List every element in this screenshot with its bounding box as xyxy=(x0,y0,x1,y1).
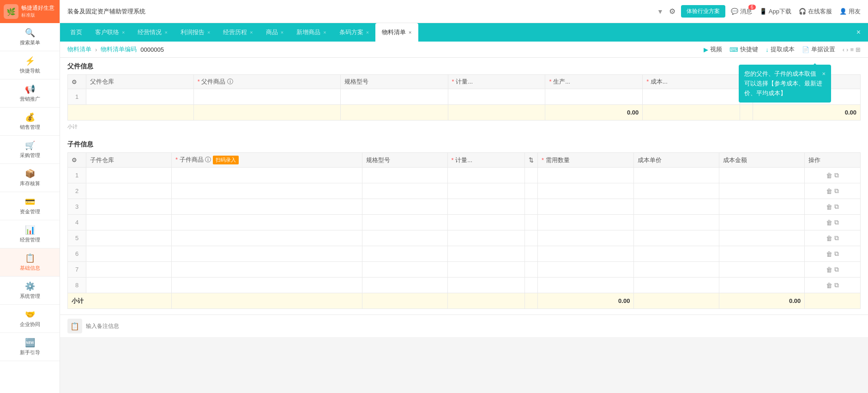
child-spec-1[interactable] xyxy=(362,168,447,183)
child-unit-8[interactable] xyxy=(447,278,525,293)
child-product-8[interactable] xyxy=(171,278,362,293)
child-warehouse-4[interactable] xyxy=(86,215,172,230)
breadcrumb-list[interactable]: 物料清单 xyxy=(67,45,91,54)
child-unit-3[interactable] xyxy=(447,199,525,215)
nav-prev-icon[interactable]: ‹ xyxy=(843,46,844,53)
child-product-2[interactable] xyxy=(171,183,362,199)
delete-row-icon[interactable]: 🗑 xyxy=(826,203,832,211)
user-menu[interactable]: 👤 用友 xyxy=(839,7,861,16)
message-button[interactable]: 💬 消息 6 xyxy=(731,7,752,16)
tooltip-close-button[interactable]: × xyxy=(822,69,826,79)
child-qty-5[interactable] xyxy=(538,230,634,246)
child-product-7[interactable] xyxy=(171,262,362,278)
child-unit-4[interactable] xyxy=(447,215,525,230)
child-unit-1[interactable] xyxy=(447,168,525,183)
child-product-1[interactable] xyxy=(171,168,362,183)
child-qty-3[interactable] xyxy=(538,199,634,215)
child-unit-2[interactable] xyxy=(447,183,525,199)
copy-row-icon[interactable]: ⧉ xyxy=(834,187,839,195)
parent-unit-cell[interactable] xyxy=(448,89,545,105)
online-service-button[interactable]: 🎧 在线客服 xyxy=(799,7,832,16)
tab-close-icon[interactable]: × xyxy=(207,30,210,35)
sidebar-item-enterprise[interactable]: 🤝 企业协同 xyxy=(0,305,60,333)
app-download-button[interactable]: 📱 App下载 xyxy=(760,7,791,16)
child-warehouse-8[interactable] xyxy=(86,278,172,293)
sidebar-item-inventory[interactable]: 📦 库存核算 xyxy=(0,164,60,192)
note-input[interactable] xyxy=(86,323,861,329)
shortcut-button[interactable]: ⌨ 快捷键 xyxy=(729,45,758,54)
dropdown-arrow-icon[interactable]: ▼ xyxy=(657,8,663,15)
child-spec-8[interactable] xyxy=(362,278,447,293)
child-unit-6[interactable] xyxy=(447,246,525,262)
child-spec-5[interactable] xyxy=(362,230,447,246)
sidebar-item-finance[interactable]: 💳 资金管理 xyxy=(0,192,60,220)
delete-row-icon[interactable]: 🗑 xyxy=(826,187,832,195)
tab-new-goods[interactable]: 新增商品 × xyxy=(290,23,332,42)
sidebar-item-purchase[interactable]: 🛒 采购管理 xyxy=(0,136,60,164)
tab-close-icon[interactable]: × xyxy=(409,30,411,35)
view-video-button[interactable]: ▶ 视频 xyxy=(704,45,722,54)
parent-cost-cell[interactable] xyxy=(643,89,740,105)
child-qty-1[interactable] xyxy=(538,168,634,183)
child-warehouse-5[interactable] xyxy=(86,230,172,246)
parent-warehouse-cell[interactable] xyxy=(86,89,194,105)
tab-home[interactable]: 首页 xyxy=(64,23,89,42)
child-qty-2[interactable] xyxy=(538,183,634,199)
copy-row-icon[interactable]: ⧉ xyxy=(834,250,839,258)
child-spec-3[interactable] xyxy=(362,199,447,215)
child-warehouse-2[interactable] xyxy=(86,183,172,199)
child-spec-6[interactable] xyxy=(362,246,447,262)
sidebar-item-guide[interactable]: 🆕 新手引导 xyxy=(0,333,60,361)
child-product-4[interactable] xyxy=(171,215,362,230)
tab-close-icon[interactable]: × xyxy=(281,30,283,35)
sidebar-item-system[interactable]: ⚙️ 系统管理 xyxy=(0,277,60,305)
copy-row-icon[interactable]: ⧉ xyxy=(834,266,839,273)
child-unit-5[interactable] xyxy=(447,230,525,246)
copy-row-icon[interactable]: ⧉ xyxy=(834,218,839,226)
grid-view-icon[interactable]: ≡ xyxy=(850,46,854,53)
child-spec-4[interactable] xyxy=(362,215,447,230)
delete-row-icon[interactable]: 🗑 xyxy=(826,250,832,258)
parent-production-cell[interactable] xyxy=(545,89,643,105)
nav-next-icon[interactable]: › xyxy=(846,46,848,53)
sidebar-item-operation[interactable]: 📊 经营管理 xyxy=(0,220,60,248)
child-qty-4[interactable] xyxy=(538,215,634,230)
copy-row-icon[interactable]: ⧉ xyxy=(834,281,839,289)
tab-business[interactable]: 经营情况 × xyxy=(131,23,174,42)
tab-profit[interactable]: 利润报告 × xyxy=(174,23,217,42)
sidebar-item-quick-nav[interactable]: ⚡ 快捷导航 xyxy=(0,51,60,79)
child-warehouse-7[interactable] xyxy=(86,262,172,278)
child-qty-6[interactable] xyxy=(538,246,634,262)
child-qty-7[interactable] xyxy=(538,262,634,278)
delete-row-icon[interactable]: 🗑 xyxy=(826,235,832,242)
child-product-5[interactable] xyxy=(171,230,362,246)
sidebar-item-search[interactable]: 🔍 搜索菜单 xyxy=(0,23,60,51)
child-spec-7[interactable] xyxy=(362,262,447,278)
parent-spec-cell[interactable] xyxy=(340,89,448,105)
sidebar-item-marketing[interactable]: 📢 营销推广 xyxy=(0,79,60,108)
tab-close-icon[interactable]: × xyxy=(323,30,326,35)
tab-close-icon[interactable]: × xyxy=(250,30,253,35)
tab-history[interactable]: 经营历程 × xyxy=(217,23,259,42)
tab-barcode[interactable]: 条码方案 × xyxy=(333,23,375,42)
child-product-3[interactable] xyxy=(171,199,362,215)
child-warehouse-1[interactable] xyxy=(86,168,172,183)
copy-row-icon[interactable]: ⧉ xyxy=(834,234,839,242)
delete-row-icon[interactable]: 🗑 xyxy=(826,282,832,289)
single-settings-button[interactable]: 📄 单据设置 xyxy=(802,45,835,54)
tab-close-icon[interactable]: × xyxy=(164,30,167,35)
tab-close-icon[interactable]: × xyxy=(122,30,125,35)
sidebar-item-sales[interactable]: 💰 销售管理 xyxy=(0,108,60,136)
tab-goods[interactable]: 商品 × xyxy=(259,23,290,42)
tab-customer[interactable]: 客户联络 × xyxy=(89,23,131,42)
extract-cost-button[interactable]: ↓ 提取成本 xyxy=(766,45,795,54)
child-warehouse-3[interactable] xyxy=(86,199,172,215)
tab-close-icon[interactable]: × xyxy=(366,30,369,35)
tab-bom[interactable]: 物料清单 × xyxy=(375,23,418,42)
list-view-icon[interactable]: ⊞ xyxy=(856,46,861,53)
child-unit-7[interactable] xyxy=(447,262,525,278)
copy-row-icon[interactable]: ⧉ xyxy=(834,203,839,211)
settings-icon[interactable]: ⚙ xyxy=(669,7,675,16)
copy-row-icon[interactable]: ⧉ xyxy=(834,171,839,179)
trial-button[interactable]: 体验行业方案 xyxy=(681,5,725,18)
